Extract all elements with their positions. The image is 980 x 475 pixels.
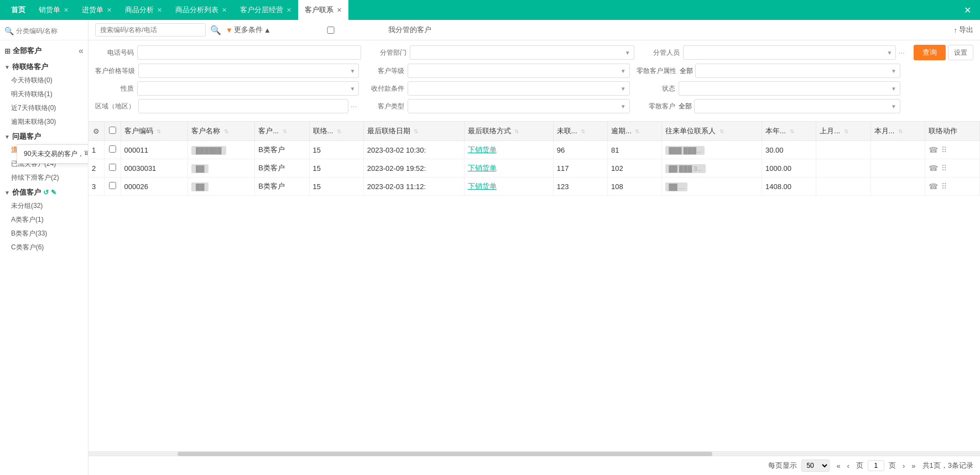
more-actions-icon[interactable]: ⠿ — [941, 145, 947, 154]
window-close-button[interactable]: ✕ — [960, 5, 976, 15]
nav-tab-customer-contact[interactable]: 客户联系 ✕ — [298, 0, 348, 20]
filter-status: 状态 ▼ — [637, 81, 900, 96]
prev-page-button[interactable]: ‹ — [845, 461, 852, 471]
close-icon[interactable]: ✕ — [286, 7, 291, 14]
row-contact: 15 — [309, 141, 363, 159]
horizontal-scrollbar[interactable] — [88, 451, 980, 456]
nature-select[interactable]: ▼ — [137, 81, 359, 96]
table-select-all-header[interactable] — [104, 122, 121, 141]
last-page-button[interactable]: » — [909, 461, 918, 471]
sidebar-item-class-b[interactable]: B类客户(33) — [0, 227, 88, 241]
sidebar-group-value[interactable]: ▼ 价值客户 ↺ ✎ — [0, 185, 88, 199]
sidebar-group-pending[interactable]: ▼ 待联络客户 — [0, 59, 88, 74]
more-actions-icon[interactable]: ⠿ — [941, 164, 947, 173]
price-level-select[interactable]: ▼ — [138, 64, 359, 78]
page-number-input[interactable] — [868, 460, 884, 471]
phone-input[interactable] — [137, 45, 361, 60]
nav-tab-customer-layer[interactable]: 客户分层经营 ✕ — [233, 0, 298, 20]
nav-tab-goods-analysis[interactable]: 商品分析 ✕ — [118, 0, 169, 20]
export-button[interactable]: ↑ 导出 — [954, 25, 974, 35]
sidebar-item-ungroup[interactable]: 未分组(32) — [0, 199, 88, 213]
select-all-checkbox[interactable] — [109, 127, 116, 134]
retail-attr-select[interactable]: ▼ — [695, 64, 900, 78]
chevron-down-icon: ▼ — [625, 50, 630, 56]
sidebar-all-customers[interactable]: ⊞ 全部客户 « — [0, 43, 88, 59]
more-conditions-button[interactable]: ▼ 更多条件 ▲ — [226, 25, 271, 35]
customer-level-select[interactable]: ▼ — [408, 64, 629, 78]
contact-icon[interactable]: ☎ — [929, 145, 938, 154]
region-select[interactable] — [138, 99, 348, 113]
sidebar-item-today-contact[interactable]: 今天待联络(0) — [0, 74, 88, 87]
col-header-this-month: 本月... ⇅ — [870, 122, 925, 141]
col-header-unit-contact: 往来单位联系人 ⇅ — [662, 122, 762, 141]
row-unit-contact: ██ ███ 3... — [662, 159, 762, 178]
my-manage-check[interactable] — [275, 27, 386, 34]
col-header-last-date: 最后联络日期 ⇅ — [363, 122, 464, 141]
filter-dept: 分管部门 ▼ — [368, 45, 634, 60]
row-type: B类客户 — [255, 141, 309, 159]
filter-retail-customer: 零散客户 全部 ▼ — [637, 99, 900, 113]
nav-tab-purchase[interactable]: 进货单 ✕ — [75, 0, 118, 20]
sidebar-search-input[interactable] — [16, 27, 84, 35]
filter-price-level: 客户价格等级 ▼ — [95, 64, 359, 78]
close-icon[interactable]: ✕ — [64, 7, 69, 14]
close-icon[interactable]: ✕ — [337, 7, 342, 14]
scrollbar-thumb[interactable] — [178, 452, 712, 456]
col-header-last-method: 最后联络方式 ⇅ — [464, 122, 553, 141]
row-last-method[interactable]: 下销货单 — [464, 141, 553, 159]
sidebar-collapse-icon[interactable]: « — [79, 46, 84, 56]
row-contact: 15 — [309, 178, 363, 196]
value-refresh-icon[interactable]: ↺ — [43, 189, 49, 196]
row-checkbox[interactable] — [104, 159, 121, 178]
close-icon[interactable]: ✕ — [107, 7, 112, 14]
filter-phone: 电话号码 — [95, 45, 361, 60]
next-page-button[interactable]: › — [900, 461, 907, 471]
sidebar-group-problem[interactable]: ▼ 问题客户 — [0, 129, 88, 143]
col-header-name: 客户名称 ⇅ — [187, 122, 254, 141]
sidebar-item-declining[interactable]: 持续下滑客户(2) — [0, 171, 88, 185]
customer-type-select[interactable]: ▼ — [408, 99, 629, 113]
query-button[interactable]: 查询 — [914, 45, 946, 60]
contact-icon[interactable]: ☎ — [929, 164, 938, 173]
row-last-method[interactable]: 下销货单 — [464, 159, 553, 178]
my-manage-checkbox[interactable]: 我分管的客户 — [275, 25, 431, 35]
search-input[interactable] — [95, 23, 206, 36]
problem-customers-tooltip: 90天未交易的客户，可能有流失风险。 — [17, 144, 88, 164]
col-header-last-month: 上月... ⇅ — [816, 122, 870, 141]
first-page-button[interactable]: « — [834, 461, 842, 471]
row-checkbox[interactable] — [104, 178, 121, 196]
status-select[interactable]: ▼ — [679, 81, 900, 96]
row-last-date: 2023-02-09 19:52: — [363, 159, 464, 178]
row-last-month — [816, 141, 870, 159]
row-seq: 1 — [88, 141, 104, 159]
close-icon[interactable]: ✕ — [222, 7, 227, 14]
row-checkbox[interactable] — [104, 141, 121, 159]
sidebar-item-overdue-contact[interactable]: 逾期未联络(30) — [0, 115, 88, 129]
dept-select[interactable]: ▼ — [410, 45, 634, 60]
more-actions-icon[interactable]: ⠿ — [941, 182, 947, 191]
sidebar-item-class-c[interactable]: C类客户(6) — [0, 241, 88, 254]
col-header-overdue: 逾期... ⇅ — [607, 122, 661, 141]
sidebar-item-class-a[interactable]: A类客户(1) — [0, 213, 88, 227]
search-button[interactable]: 🔍 — [210, 25, 221, 35]
table-settings-header[interactable]: ⚙ — [88, 122, 104, 141]
value-edit-icon[interactable]: ✎ — [51, 189, 56, 196]
nav-tab-goods-analysis-list[interactable]: 商品分析列表 ✕ — [169, 0, 233, 20]
row-last-method[interactable]: 下销货单 — [464, 178, 553, 196]
sidebar-item-7days-contact[interactable]: 近7天待联络(0) — [0, 101, 88, 115]
more-icon[interactable]: ··· — [348, 102, 359, 111]
nav-tab-home[interactable]: 首页 — [4, 0, 32, 20]
close-icon[interactable]: ✕ — [157, 7, 162, 14]
retail-customer-select[interactable]: ▼ — [694, 99, 900, 113]
settings-button[interactable]: 设置 — [948, 45, 973, 60]
page-size-select[interactable]: 50 20 100 — [801, 460, 830, 472]
row-seq: 2 — [88, 159, 104, 178]
payment-select[interactable]: ▼ — [408, 81, 629, 96]
manager-select[interactable]: ▼ — [683, 45, 896, 60]
sidebar-item-tomorrow-contact[interactable]: 明天待联络(1) — [0, 87, 88, 101]
more-icon[interactable]: ··· — [896, 48, 907, 57]
top-navigation: 首页 销货单 ✕ 进货单 ✕ 商品分析 ✕ 商品分析列表 ✕ 客户分层经营 ✕ … — [0, 0, 980, 20]
filter-bar: 🔍 ▼ 更多条件 ▲ 我分管的客户 ↑ 导出 — [88, 20, 980, 40]
nav-tab-sales[interactable]: 销货单 ✕ — [32, 0, 75, 20]
contact-icon[interactable]: ☎ — [929, 182, 938, 191]
